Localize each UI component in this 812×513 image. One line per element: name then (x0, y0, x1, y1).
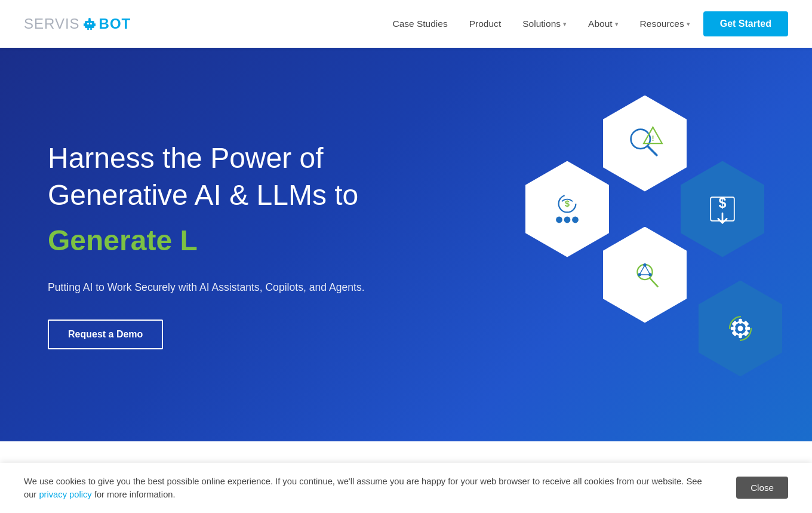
svg-rect-32 (731, 327, 736, 330)
svg-rect-36 (731, 331, 737, 337)
svg-rect-35 (743, 321, 749, 327)
hex-grid: ! $ (513, 90, 812, 400)
svg-point-22 (643, 263, 646, 266)
nav-links: Case Studies Product Solutions ▾ About ▾… (384, 11, 788, 36)
hero-subtitle: Putting AI to Work Securely with AI Assi… (48, 279, 365, 296)
hero-section: Harness the Power of Generative AI & LLM… (0, 48, 812, 441)
resources-chevron-icon: ▾ (687, 20, 690, 28)
svg-line-10 (648, 146, 657, 155)
hero-title: Harness the Power of Generative AI & LLM… (48, 140, 365, 214)
hex-gear (699, 281, 782, 377)
logo-bot: BOT (99, 16, 131, 32)
nav-case-studies[interactable]: Case Studies (384, 14, 456, 34)
nav-product[interactable]: Product (461, 14, 509, 34)
svg-point-20 (637, 265, 652, 279)
svg-rect-30 (739, 319, 742, 324)
solutions-chevron-icon: ▾ (563, 20, 567, 28)
get-started-button[interactable]: Get Started (703, 11, 788, 36)
logo-servis: SERVIS (24, 16, 80, 32)
svg-point-16 (564, 217, 571, 223)
hex-alert: ! (603, 96, 687, 192)
svg-text:$: $ (565, 199, 570, 208)
navbar: SERVIS BOT Case Studies Product Solution… (0, 0, 812, 48)
hex-revenue: $ (525, 161, 609, 257)
hero-content: Harness the Power of Generative AI & LLM… (48, 140, 365, 349)
hex-savings: $ (681, 161, 764, 257)
svg-rect-6 (94, 23, 96, 26)
svg-rect-0 (85, 21, 94, 28)
nav-solutions[interactable]: Solutions ▾ (514, 14, 575, 34)
logo-robot-icon (81, 16, 98, 32)
svg-point-17 (572, 217, 579, 223)
svg-rect-7 (87, 28, 89, 30)
svg-point-15 (556, 217, 562, 223)
logo[interactable]: SERVIS BOT (24, 16, 131, 32)
svg-rect-33 (745, 327, 750, 330)
svg-text:$: $ (718, 195, 726, 211)
svg-rect-2 (90, 23, 92, 24)
svg-point-29 (738, 326, 743, 331)
svg-rect-5 (84, 23, 85, 26)
hero-animated-text: Generate L (48, 224, 365, 260)
request-demo-button[interactable]: Request a Demo (48, 320, 163, 349)
svg-rect-1 (87, 23, 89, 24)
svg-rect-8 (90, 28, 92, 30)
nav-about[interactable]: About ▾ (580, 14, 627, 34)
hex-search-connect (603, 227, 687, 323)
svg-line-21 (650, 278, 658, 287)
nav-resources[interactable]: Resources ▾ (632, 14, 699, 34)
svg-text:!: ! (651, 134, 654, 143)
svg-rect-31 (739, 333, 742, 338)
about-chevron-icon: ▾ (615, 20, 619, 28)
svg-point-4 (88, 18, 91, 20)
